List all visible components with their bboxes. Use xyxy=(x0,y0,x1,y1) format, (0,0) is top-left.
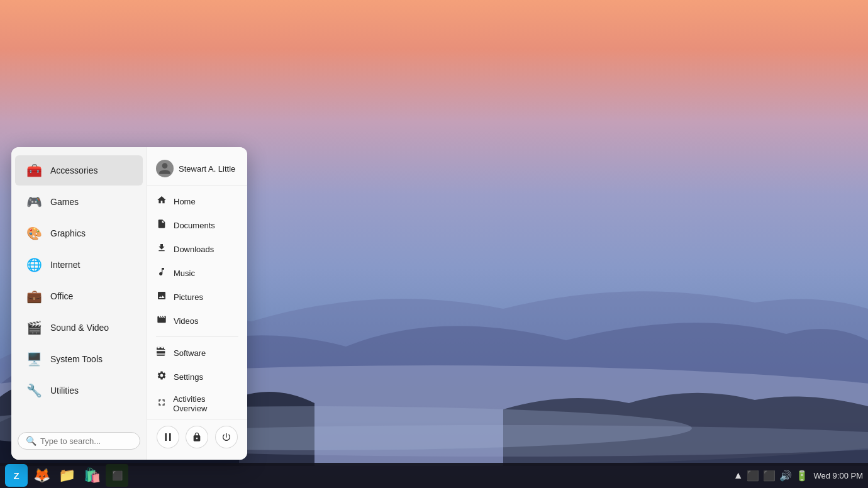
display-icon[interactable]: ⬛ xyxy=(747,470,759,482)
internet-icon: 🌐 xyxy=(25,256,43,274)
downloads-icon xyxy=(156,243,167,255)
menu-category-accessories[interactable]: 🧰 Accessories xyxy=(15,155,143,186)
menu-category-games[interactable]: 🎮 Games xyxy=(15,187,143,217)
terminal-taskbar-icon[interactable]: ⬛ xyxy=(106,464,128,487)
menu-category-internet[interactable]: 🌐 Internet xyxy=(15,250,143,280)
games-label: Games xyxy=(50,197,79,207)
firefox-taskbar-icon[interactable]: 🦊 xyxy=(30,464,53,487)
software-taskbar-icon[interactable]: 🛍️ xyxy=(81,464,103,487)
internet-label: Internet xyxy=(50,260,80,270)
activities-icon xyxy=(156,397,167,410)
menu-item-activities[interactable]: Activities Overview xyxy=(147,389,247,419)
app-menu: 🧰 Accessories 🎮 Games 🎨 Graphics 🌐 Inter… xyxy=(11,147,247,460)
menu-right-panel: Stewart A. Little Home Documents Downloa… xyxy=(147,147,247,460)
power-button[interactable] xyxy=(215,426,238,448)
system-tools-icon: 🖥️ xyxy=(25,350,43,368)
office-label: Office xyxy=(50,291,73,301)
zorin-menu-button[interactable]: Z xyxy=(5,464,28,487)
zorin-logo: Z xyxy=(13,470,19,481)
taskbar-right: ▲ ⬛ ⬛ 🔊 🔋 Wed 9:00 PM xyxy=(733,470,863,482)
accessories-label: Accessories xyxy=(50,165,97,175)
graphics-icon: 🎨 xyxy=(25,225,43,242)
taskbar-datetime: Wed 9:00 PM xyxy=(813,471,863,480)
menu-category-office[interactable]: 💼 Office xyxy=(15,281,143,311)
menu-category-system-tools[interactable]: 🖥️ System Tools xyxy=(15,344,143,374)
settings-icon xyxy=(156,370,167,383)
system-tools-label: System Tools xyxy=(50,354,103,364)
menu-bottom-actions xyxy=(147,419,247,452)
utilities-label: Utilities xyxy=(50,385,79,396)
software-label: Software xyxy=(174,348,206,358)
documents-icon xyxy=(156,219,167,231)
suspend-button[interactable] xyxy=(157,426,179,448)
menu-item-pictures[interactable]: Pictures xyxy=(147,285,247,309)
downloads-label: Downloads xyxy=(174,245,214,254)
search-icon: 🔍 xyxy=(26,436,36,446)
office-icon: 💼 xyxy=(25,287,43,305)
pictures-label: Pictures xyxy=(174,292,203,302)
menu-item-downloads[interactable]: Downloads xyxy=(147,237,247,261)
taskbar-left: Z 🦊 📁 🛍️ ⬛ xyxy=(5,464,128,487)
home-label: Home xyxy=(174,197,196,206)
utilities-icon: 🔧 xyxy=(25,382,43,399)
system-tray: ▲ ⬛ ⬛ 🔊 🔋 xyxy=(733,470,809,482)
menu-item-software[interactable]: Software xyxy=(147,341,247,365)
menu-categories-panel: 🧰 Accessories 🎮 Games 🎨 Graphics 🌐 Inter… xyxy=(11,147,147,460)
search-bar: 🔍 xyxy=(18,432,140,450)
lock-button[interactable] xyxy=(186,426,208,448)
network-icon[interactable]: ⬛ xyxy=(763,470,776,482)
menu-item-music[interactable]: Music xyxy=(147,261,247,285)
videos-label: Videos xyxy=(174,316,199,326)
menu-item-settings[interactable]: Settings xyxy=(147,365,247,389)
menu-divider-1 xyxy=(156,336,238,337)
menu-item-home[interactable]: Home xyxy=(147,189,247,213)
sound-video-icon: 🎬 xyxy=(25,319,43,336)
menu-category-graphics[interactable]: 🎨 Graphics xyxy=(15,218,143,248)
activities-label: Activities Overview xyxy=(173,394,238,413)
search-input[interactable] xyxy=(40,436,132,446)
avatar xyxy=(156,160,174,177)
music-label: Music xyxy=(174,269,195,278)
files-taskbar-icon[interactable]: 📁 xyxy=(55,464,78,487)
battery-icon[interactable]: 🔋 xyxy=(796,470,808,482)
software-icon xyxy=(156,347,167,359)
music-icon xyxy=(156,267,167,279)
volume-icon[interactable]: 🔊 xyxy=(779,470,792,482)
pictures-icon xyxy=(156,291,167,303)
documents-label: Documents xyxy=(174,221,215,230)
menu-item-videos[interactable]: Videos xyxy=(147,309,247,333)
home-icon xyxy=(156,195,167,208)
accessories-icon: 🧰 xyxy=(25,162,43,179)
menu-category-sound-video[interactable]: 🎬 Sound & Video xyxy=(15,313,143,343)
tray-up-icon[interactable]: ▲ xyxy=(733,470,743,481)
user-profile[interactable]: Stewart A. Little xyxy=(147,155,247,186)
games-icon: 🎮 xyxy=(25,193,43,211)
taskbar: Z 🦊 📁 🛍️ ⬛ ▲ ⬛ ⬛ 🔊 🔋 Wed 9:00 PM xyxy=(0,463,868,488)
settings-label: Settings xyxy=(174,372,203,382)
graphics-label: Graphics xyxy=(50,228,86,238)
user-name: Stewart A. Little xyxy=(179,164,235,174)
menu-category-utilities[interactable]: 🔧 Utilities xyxy=(15,375,143,406)
sound-video-label: Sound & Video xyxy=(50,323,109,333)
videos-icon xyxy=(156,314,167,327)
menu-item-documents[interactable]: Documents xyxy=(147,213,247,237)
